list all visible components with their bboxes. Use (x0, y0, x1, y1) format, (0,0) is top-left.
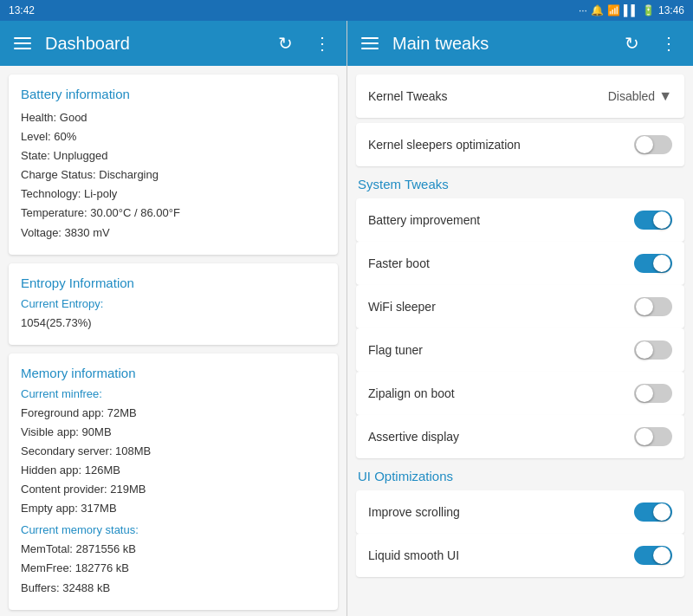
setting-label: Faster boot (368, 256, 430, 270)
entropy-card: Entropy Information Current Entropy: 105… (9, 263, 338, 345)
battery-card-title: Battery information (21, 87, 326, 101)
ui-optimizations-header: UI Optimizations (356, 464, 684, 485)
status-bar: 13:42 ··· 🔔 📶 ▌▌ 🔋 13:46 (0, 0, 693, 21)
system-tweaks-container: Battery improvementFaster bootWiFi sleep… (356, 198, 684, 458)
battery-line-1: Level: 60% (21, 127, 326, 146)
toggle-switch[interactable] (634, 296, 672, 317)
memory-card: Memory information Current minfree: Fore… (9, 353, 338, 610)
left-content: Battery information Health: Good Level: … (0, 66, 346, 616)
setting-label: Zipalign on boot (368, 386, 455, 400)
setting-label: WiFi sleeper (368, 300, 436, 314)
toggle-thumb (636, 298, 653, 315)
entropy-card-title: Entropy Information (21, 276, 326, 290)
left-panel: Dashboard ↻ ⋮ Battery information Health… (0, 21, 346, 616)
battery-info-text: Health: Good Level: 60% State: Unplugged… (21, 108, 326, 243)
toggle-switch[interactable] (634, 210, 672, 230)
status-time-right: 13:46 (658, 4, 684, 16)
memory-status-label: Current memory status: (21, 523, 326, 536)
toggle-thumb (636, 385, 653, 402)
right-refresh-icon[interactable]: ↻ (619, 28, 644, 59)
setting-row: Faster boot (356, 242, 684, 285)
notification-icon: 🔔 (591, 4, 604, 16)
ui-optimizations-container: Improve scrollingLiquid smooth UI (356, 490, 684, 577)
setting-row: Zipalign on boot (356, 372, 684, 415)
setting-row: Battery improvement (356, 198, 684, 242)
right-title: Main tweaks (392, 34, 609, 54)
status-time-left: 13:42 (9, 4, 35, 16)
toggle-switch[interactable] (634, 545, 672, 566)
left-more-icon[interactable]: ⋮ (308, 28, 336, 59)
battery-line-4: Technology: Li-poly (21, 185, 326, 204)
memory-status-text: MemTotal: 2871556 kB MemFree: 182776 kB … (21, 540, 326, 597)
signal-dots-icon: ··· (579, 4, 587, 16)
minfree-text: Foreground app: 72MB Visible app: 90MB S… (21, 404, 326, 519)
minfree-line-0: Foreground app: 72MB (21, 404, 326, 423)
right-menu-icon[interactable] (358, 34, 382, 53)
battery-line-2: State: Unplugged (21, 146, 326, 165)
kernel-sleepers-label: Kernel sleepers optimization (368, 138, 521, 152)
kernel-tweaks-dropdown[interactable]: Disabled ▼ (608, 88, 672, 104)
setting-label: Flag tuner (368, 343, 423, 357)
setting-row: Liquid smooth UI (356, 534, 684, 577)
dropdown-arrow-icon: ▼ (658, 88, 672, 104)
toggle-switch[interactable] (634, 502, 672, 522)
memory-card-title: Memory information (21, 366, 326, 380)
kernel-sleepers-toggle[interactable] (634, 134, 672, 155)
toggle-switch[interactable] (634, 340, 672, 360)
toggle-thumb (653, 211, 670, 229)
toggle-switch[interactable] (634, 383, 672, 404)
right-more-icon[interactable]: ⋮ (655, 28, 683, 59)
battery-card: Battery information Health: Good Level: … (9, 75, 338, 255)
toggle-thumb (636, 428, 653, 445)
setting-label: Assertive display (368, 430, 459, 444)
app-container: Dashboard ↻ ⋮ Battery information Health… (0, 21, 693, 616)
toggle-thumb (653, 503, 670, 521)
toggle-switch[interactable] (634, 253, 672, 274)
right-panel: Main tweaks ↻ ⋮ Kernel Tweaks Disabled ▼… (346, 21, 693, 616)
toggle-thumb (653, 255, 670, 272)
setting-label: Battery improvement (368, 213, 480, 227)
mem-line-2: Buffers: 32488 kB (21, 579, 326, 598)
toggle-thumb (653, 547, 670, 564)
setting-row: Flag tuner (356, 328, 684, 372)
setting-label: Improve scrolling (368, 505, 460, 519)
kernel-tweaks-value: Disabled (608, 89, 655, 103)
status-bar-left: 13:42 (9, 4, 35, 16)
right-toolbar: Main tweaks ↻ ⋮ (347, 21, 693, 66)
toggle-switch[interactable] (634, 426, 672, 447)
battery-icon: 🔋 (642, 4, 655, 16)
setting-row: Assertive display (356, 415, 684, 458)
current-entropy-label: Current Entropy: (21, 297, 326, 310)
kernel-sleepers-row: Kernel sleepers optimization (356, 123, 684, 166)
setting-label: Liquid smooth UI (368, 548, 459, 562)
minfree-line-2: Secondary server: 108MB (21, 442, 326, 461)
kernel-sleepers-thumb (636, 136, 653, 153)
entropy-value: 1054(25.73%) (21, 314, 326, 333)
minfree-line-5: Empty app: 317MB (21, 499, 326, 518)
mem-line-1: MemFree: 182776 kB (21, 559, 326, 578)
setting-row: WiFi sleeper (356, 285, 684, 328)
battery-line-6: Voltage: 3830 mV (21, 224, 326, 243)
mem-line-0: MemTotal: 2871556 kB (21, 540, 326, 559)
setting-row: Improve scrolling (356, 490, 684, 534)
right-content: Kernel Tweaks Disabled ▼ Kernel sleepers… (347, 66, 693, 616)
left-toolbar: Dashboard ↻ ⋮ (0, 21, 346, 66)
battery-line-3: Charge Status: Discharging (21, 165, 326, 185)
wifi-icon: 📶 (607, 4, 620, 16)
minfree-line-3: Hidden app: 126MB (21, 461, 326, 480)
toggle-thumb (636, 341, 653, 359)
battery-line-5: Temperature: 30.00°C / 86.00°F (21, 204, 326, 223)
left-title: Dashboard (45, 34, 262, 54)
left-refresh-icon[interactable]: ↻ (273, 28, 298, 59)
system-tweaks-header: System Tweaks (356, 172, 684, 193)
status-bar-right: ··· 🔔 📶 ▌▌ 🔋 13:46 (579, 4, 684, 16)
minfree-label: Current minfree: (21, 387, 326, 400)
left-menu-icon[interactable] (10, 34, 35, 53)
kernel-tweaks-row: Kernel Tweaks Disabled ▼ (356, 75, 684, 118)
kernel-tweaks-label: Kernel Tweaks (368, 89, 448, 103)
battery-line-0: Health: Good (21, 108, 326, 127)
signal-bars-icon: ▌▌ (624, 4, 638, 16)
minfree-line-4: Content provider: 219MB (21, 480, 326, 499)
minfree-line-1: Visible app: 90MB (21, 423, 326, 442)
